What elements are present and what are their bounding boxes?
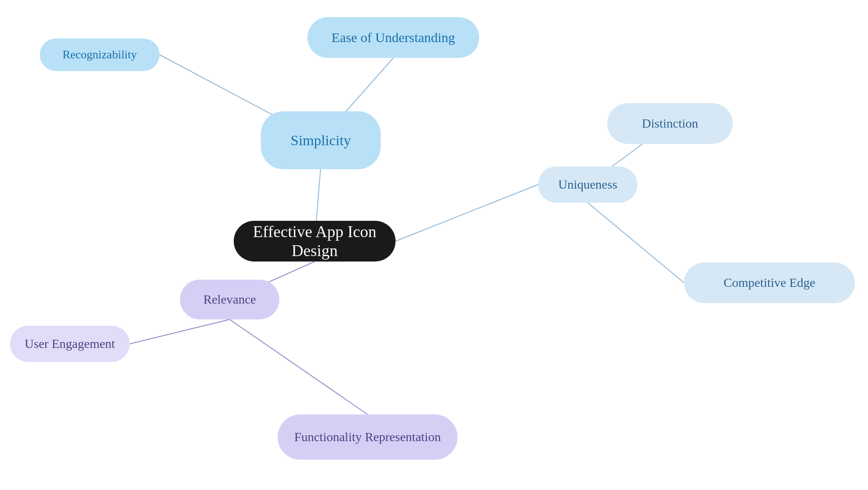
recognizability-node-label: Recognizability <box>62 48 137 62</box>
competitive-node-label: Competitive Edge <box>724 276 816 290</box>
simplicity-node-label: Simplicity <box>291 132 351 149</box>
recognizability-node: Recognizability <box>40 38 160 71</box>
relevance-node-label: Relevance <box>203 292 256 307</box>
svg-line-7 <box>130 319 230 344</box>
distinction-node-label: Distinction <box>642 116 698 131</box>
ease-node-label: Ease of Understanding <box>331 30 455 45</box>
svg-line-5 <box>588 203 684 283</box>
ease-of-understanding-node: Ease of Understanding <box>307 17 479 58</box>
distinction-node: Distinction <box>607 103 733 144</box>
functionality-node-label: Functionality Representation <box>294 430 441 444</box>
uniqueness-node-label: Uniqueness <box>558 177 618 192</box>
svg-line-8 <box>230 319 368 414</box>
user-engagement-node: User Engagement <box>10 326 130 362</box>
relevance-node: Relevance <box>180 280 279 319</box>
simplicity-node: Simplicity <box>261 111 381 169</box>
user-engagement-node-label: User Engagement <box>25 337 115 351</box>
uniqueness-node: Uniqueness <box>538 167 637 203</box>
functionality-representation-node: Functionality Representation <box>278 414 458 460</box>
main-node: Effective App Icon Design <box>234 221 396 262</box>
competitive-edge-node: Competitive Edge <box>684 262 855 303</box>
main-node-label: Effective App Icon Design <box>234 222 396 260</box>
svg-line-3 <box>396 185 538 241</box>
